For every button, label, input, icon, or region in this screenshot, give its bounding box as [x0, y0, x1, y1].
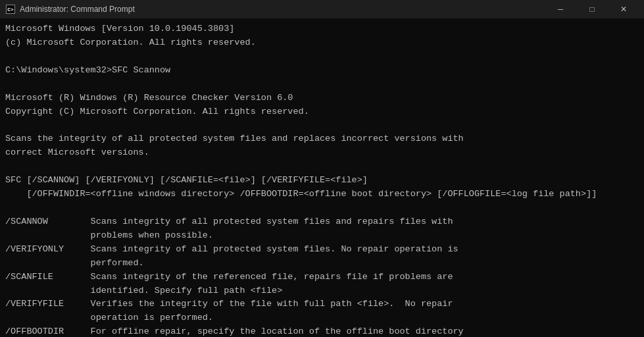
console-line	[5, 50, 639, 64]
console-line: Microsoft (R) Windows (R) Resource Check…	[5, 91, 639, 105]
cmd-icon-wrapper: C>	[5, 4, 16, 14]
close-button[interactable]: ✕	[608, 0, 639, 18]
console-line: SFC [/SCANNOW] [/VERIFYONLY] [/SCANFILE=…	[5, 174, 639, 188]
console-line: correct Microsoft versions.	[5, 146, 639, 160]
console-line: /OFFBOOTDIR For offline repair, specify …	[5, 325, 639, 337]
console-line: Copyright (C) Microsoft Corporation. All…	[5, 105, 639, 119]
console-line	[5, 118, 639, 132]
console-line: Scans the integrity of all protected sys…	[5, 132, 639, 146]
console-line: /VERIFYONLY Scans integrity of all prote…	[5, 243, 639, 257]
console-line: identified. Specify full path <file>	[5, 284, 639, 298]
console-line: /SCANFILE Scans integrity of the referen…	[5, 271, 639, 284]
console-line: /SCANNOW Scans integrity of all protecte…	[5, 215, 639, 229]
console-line	[5, 160, 639, 174]
console-line: C:\Windows\system32>SFC Scannow	[5, 64, 639, 78]
cmd-icon: C>	[6, 5, 15, 14]
console-line: /VERIFYFILE Verifies the integrity of th…	[5, 298, 639, 311]
console-line	[5, 201, 639, 215]
console-line: operation is performed.	[5, 311, 639, 325]
title-bar-left: C> Administrator: Command Prompt	[5, 4, 135, 14]
window-title: Administrator: Command Prompt	[20, 5, 135, 14]
console-line: [/OFFWINDIR=<offline windows directory> …	[5, 188, 639, 201]
console-line: performed.	[5, 257, 639, 271]
console-area: Microsoft Windows [Version 10.0.19045.38…	[0, 18, 644, 337]
console-line: problems when possible.	[5, 229, 639, 243]
minimize-button[interactable]: ─	[545, 0, 576, 18]
title-bar: C> Administrator: Command Prompt ─ □ ✕	[0, 0, 644, 18]
maximize-button[interactable]: □	[577, 0, 607, 18]
console-line: Microsoft Windows [Version 10.0.19045.38…	[5, 22, 639, 36]
console-line	[5, 78, 639, 91]
console-line: (c) Microsoft Corporation. All rights re…	[5, 36, 639, 50]
window-controls: ─ □ ✕	[545, 0, 639, 18]
